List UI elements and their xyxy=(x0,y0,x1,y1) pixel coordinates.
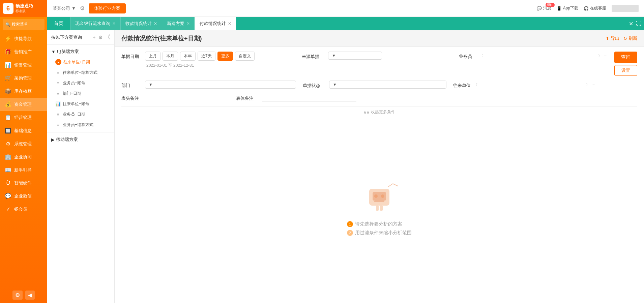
sidebar-item-wechat[interactable]: 💬企业微信 xyxy=(0,189,47,203)
scheme-list: ●往来单位+日期≡往来单位+结算方式≡业务员+账号≡部门+日期📊往来单位+账号≡… xyxy=(47,57,114,130)
status-select[interactable]: ▼ xyxy=(329,81,446,89)
user-avatar[interactable] xyxy=(612,5,639,12)
sidebar-item-sales[interactable]: 📊销售管理 xyxy=(0,58,47,71)
date-btn-last7[interactable]: 近7天 xyxy=(198,52,215,61)
nav-label-hardware: 智能硬件 xyxy=(14,180,32,186)
salesman-select[interactable] xyxy=(482,54,600,57)
tab-close-receipt[interactable]: ✕ xyxy=(154,21,157,26)
app-download-action[interactable]: 📱 App下载 xyxy=(557,5,578,11)
settings-icon[interactable]: ⚙ xyxy=(80,5,85,11)
mobile-scheme-section: ▶ 移动端方案 xyxy=(47,132,114,147)
nav-label-enterprise: 企业协同 xyxy=(14,154,32,160)
dept-select[interactable]: ▼ xyxy=(145,81,296,89)
nav-icon-shortcut: ⚡ xyxy=(5,35,11,42)
tab-payment[interactable]: 付款情况统计✕ xyxy=(195,17,236,30)
desktop-section-header[interactable]: ▼ 电脑端方案 xyxy=(47,47,114,57)
status-label: 单据状态 xyxy=(303,81,326,89)
message-action[interactable]: 💬 消息 99+ xyxy=(537,5,551,11)
collapse-more-btn[interactable]: ∧∧ 收起更多条件 xyxy=(121,106,637,118)
tab-new_scheme[interactable]: 新建方案✕ xyxy=(162,17,195,30)
active-dot: ● xyxy=(55,59,61,65)
tab-receipt[interactable]: 收款情况统计✕ xyxy=(120,17,162,30)
company-selector[interactable]: 某某公司 ▼ xyxy=(53,5,76,11)
sidebar-item-shortcut[interactable]: ⚡快捷导航 xyxy=(0,32,47,45)
add-scheme-btn[interactable]: ＋ xyxy=(92,34,96,40)
service-action[interactable]: 🎧 在线客服 xyxy=(584,5,606,11)
filter-row-3: 表头备注 表体备注 xyxy=(121,93,637,101)
counterpart-select[interactable] xyxy=(476,83,587,86)
page-title: 付款情况统计(往来单位+日期) xyxy=(121,34,202,42)
close-all-tabs-btn[interactable]: ✕ xyxy=(629,21,633,27)
date-btn-this_month[interactable]: 本月 xyxy=(163,52,178,61)
scheme-item-salesman_account[interactable]: ≡业务员+账号 xyxy=(47,78,114,88)
sidebar-item-hardware[interactable]: ⏱智能硬件 xyxy=(0,177,47,189)
body-note-input[interactable] xyxy=(262,94,356,101)
left-panel: 按以下方案查询 ＋ ⚙ 《 ▼ 电脑端方案 ●往来单位+日期≡往来单位+结算方式… xyxy=(47,30,115,303)
sidebar-item-enterprise[interactable]: 🏢企业协同 xyxy=(0,150,47,163)
sidebar-item-system[interactable]: ⚙系统管理 xyxy=(0,137,47,150)
right-main: 付款情况统计(往来单位+日期) ⬆ 导出 ↻ 刷新 单据日期 xyxy=(115,30,644,303)
tab-label-payment: 付款情况统计 xyxy=(200,21,226,27)
nav-label-wechat: 企业微信 xyxy=(14,193,32,199)
status-select-arrow: ▼ xyxy=(333,82,337,87)
nav-label-system: 系统管理 xyxy=(14,141,32,147)
sidebar-item-operation[interactable]: 📋经营管理 xyxy=(0,111,47,124)
date-btn-this_year[interactable]: 本年 xyxy=(180,52,196,61)
tab-home[interactable]: 首页 xyxy=(47,17,70,30)
empty-illustration xyxy=(359,182,400,216)
sidebar-item-purchase[interactable]: 🛒采购管理 xyxy=(0,71,47,85)
manage-scheme-btn[interactable]: ⚙ xyxy=(98,35,103,40)
panel-header-icons: ＋ ⚙ 《 xyxy=(92,34,110,41)
counterpart-more-btn[interactable]: ··· xyxy=(590,82,597,87)
svg-rect-6 xyxy=(380,206,383,211)
mobile-arrow-icon: ▶ xyxy=(51,137,55,142)
empty-step1-text: 请先选择要分析的方案 xyxy=(355,221,402,227)
sidebar-item-guide[interactable]: 📖新手引导 xyxy=(0,163,47,177)
sidebar-item-finance[interactable]: 💰资金管理 xyxy=(0,98,47,111)
search-icon: 🔍 xyxy=(5,22,10,27)
tab-bank[interactable]: 现金银行流水查询✕ xyxy=(70,17,120,30)
empty-text-list: 1 请先选择要分析的方案 2 用过滤条件来缩小分析范围 xyxy=(347,221,412,239)
query-btn[interactable]: 查询 xyxy=(614,52,637,63)
scheme-icon-salesman_date: ≡ xyxy=(55,112,61,117)
source-select[interactable]: ▼ xyxy=(328,52,382,60)
logo-sub: 标准版 xyxy=(16,9,33,13)
export-btn[interactable]: ⬆ 导出 xyxy=(606,35,619,41)
date-btn-more[interactable]: 更多 xyxy=(217,52,233,61)
refresh-label: 刷新 xyxy=(628,35,637,41)
scheme-item-unit_settle[interactable]: ≡往来单位+结算方式 xyxy=(47,67,114,78)
sidebar-item-basic[interactable]: 🔲基础信息 xyxy=(0,124,47,137)
tab-close-bank[interactable]: ✕ xyxy=(112,21,116,26)
salesman-more-btn[interactable]: ··· xyxy=(602,53,609,58)
settings-btn[interactable]: 设置 xyxy=(614,65,637,76)
dropdown-icon: ▼ xyxy=(71,6,76,11)
search-menu-item[interactable]: 🔍 搜索菜单 xyxy=(3,19,45,30)
empty-state: 1 请先选择要分析的方案 2 用过滤条件来缩小分析范围 xyxy=(115,118,644,303)
date-btn-last_month[interactable]: 上月 xyxy=(145,52,160,61)
nav-label-purchase: 采购管理 xyxy=(14,75,32,81)
sidebar-item-inventory[interactable]: 📦库存核算 xyxy=(0,85,47,98)
collapse-sidebar-btn[interactable]: ◀ xyxy=(25,291,35,300)
salesman-label: 业务员 xyxy=(459,52,479,60)
refresh-btn[interactable]: ↻ 刷新 xyxy=(623,35,637,41)
sidebar-item-vip[interactable]: ✓畅会员 xyxy=(0,203,47,216)
date-btn-custom[interactable]: 自定义 xyxy=(235,52,255,61)
filter-row-2: 部门 ▼ 单据状态 ▼ 往来单位 ··· xyxy=(121,81,637,89)
scheme-item-unit_account[interactable]: 📊往来单位+账号 xyxy=(47,99,114,109)
trial-btn[interactable]: 体验行业方案 xyxy=(89,3,126,13)
tab-close-payment[interactable]: ✕ xyxy=(228,21,231,26)
tab-close-new_scheme[interactable]: ✕ xyxy=(186,21,190,26)
settings-bottom-btn[interactable]: ⚙ xyxy=(12,291,23,300)
mobile-section-header[interactable]: ▶ 移动端方案 xyxy=(47,134,114,145)
sidebar-item-marketing[interactable]: 🎁营销推广 xyxy=(0,45,47,58)
left-panel-header: 按以下方案查询 ＋ ⚙ 《 xyxy=(47,30,114,44)
collapse-panel-btn[interactable]: 《 xyxy=(105,34,110,41)
header-note-input[interactable] xyxy=(145,93,229,101)
date-label: 单据日期 xyxy=(121,52,145,60)
scheme-item-salesman_date[interactable]: ≡业务员+日期 xyxy=(47,109,114,120)
maximize-btn[interactable]: ⛶ xyxy=(636,21,641,27)
scheme-item-dept_date[interactable]: ≡部门+日期 xyxy=(47,88,114,99)
scheme-item-unit_date[interactable]: ●往来单位+日期 xyxy=(47,57,114,67)
logo-text: 畅捷通巧 xyxy=(16,3,33,9)
scheme-item-salesman_settle[interactable]: ≡业务员+结算方式 xyxy=(47,120,114,130)
